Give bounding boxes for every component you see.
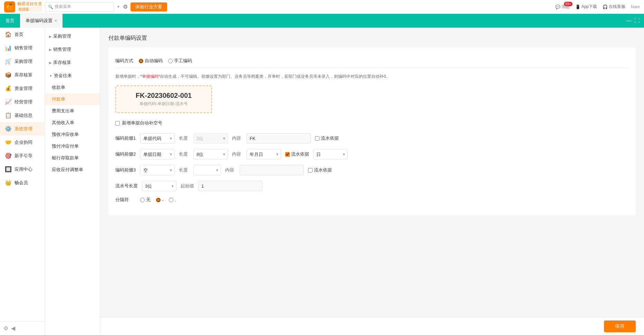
- prefix3-select-wrapper: 空 单据代码 单据日期 部门 业务员 ▼: [140, 165, 175, 175]
- bottom-bar: 保存: [100, 317, 644, 335]
- chevron-down-icon[interactable]: ▼: [117, 5, 120, 9]
- sidebar-item-sales[interactable]: 📊 销售管理: [0, 41, 45, 55]
- system-icon: ⚙️: [5, 125, 12, 132]
- sidebar-item-guide[interactable]: 🎯 新手引导: [0, 149, 45, 162]
- sep-dash-option[interactable]: -: [156, 197, 163, 203]
- prefix2-select-wrapper: 单据日期 单据代码 部门 业务员 空 ▼: [140, 149, 175, 159]
- trial-button[interactable]: 体验行业方案: [131, 2, 167, 11]
- auto-encode-radio[interactable]: [139, 59, 143, 63]
- sidebar-label-operations: 经营管理: [15, 99, 32, 105]
- start-value-input[interactable]: [198, 181, 262, 191]
- sep-dot-label: .: [175, 197, 176, 203]
- content2-select-wrapper: 年月日 年月 年 ▼: [247, 149, 281, 159]
- sidebar-item-finance[interactable]: 💰 资金管理: [0, 82, 45, 95]
- sub-item-expense[interactable]: 费用支出单: [45, 105, 100, 117]
- logo-title: 畅通道好生意: [17, 1, 42, 6]
- sidebar-item-system[interactable]: ⚙️ 系统管理: [0, 122, 45, 136]
- tab-encoding-label: 单据编码设置: [26, 18, 52, 24]
- nav-tabs-actions: — ⛶: [626, 18, 644, 24]
- manual-encode-radio[interactable]: [168, 59, 173, 63]
- prefix2-select[interactable]: 单据日期 单据代码 部门 业务员 空: [140, 149, 175, 159]
- sub-item-other-income[interactable]: 其他收入单: [45, 117, 100, 129]
- app-download-button[interactable]: 📱 App下载: [575, 4, 597, 10]
- search-placeholder: 搜索菜单: [55, 4, 71, 10]
- prefix3-select[interactable]: 空 单据代码 单据日期 部门 业务员: [140, 165, 175, 175]
- sub-group-inventory-header[interactable]: ▶ 库存核算: [45, 57, 100, 68]
- info-highlight: *单据编码*: [140, 74, 160, 79]
- sidebar-item-basic[interactable]: 📋 基础信息: [0, 109, 45, 122]
- content3-input[interactable]: [240, 165, 304, 175]
- purchase-arrow-icon: ▶: [49, 35, 52, 38]
- prefix1-select[interactable]: 单据代码 部门 业务员 空: [140, 133, 175, 143]
- info-text: 新增单据时，*单据编码*自动生成，不可编辑。前缀设置为部门、业务员等档案类，开单…: [115, 73, 629, 80]
- home-icon: 🏠: [5, 31, 12, 38]
- sidebar-item-inventory[interactable]: 📦 库存核算: [0, 68, 45, 82]
- sub-group-purchase-header[interactable]: ▶ 采购管理: [45, 30, 100, 42]
- page-title: 付款单编码设置: [108, 35, 636, 42]
- tab-close-icon[interactable]: ×: [55, 18, 57, 23]
- tab-home[interactable]: 首页: [0, 14, 20, 28]
- user-name[interactable]: Nare: [631, 4, 640, 9]
- sep-none-option[interactable]: 无: [140, 197, 151, 203]
- settings-footer-icon[interactable]: ⚙: [3, 325, 8, 332]
- collapse-icon[interactable]: ◀: [11, 325, 15, 332]
- sidebar-item-apps[interactable]: 🔲 应用中心: [0, 162, 45, 176]
- encoding-mode-row: 编码方式 自动编码 手工编码: [115, 54, 629, 68]
- stream2-checkbox[interactable]: [285, 152, 290, 157]
- minimize-icon[interactable]: —: [626, 18, 632, 24]
- search-bar[interactable]: 🔍 搜索菜单: [45, 2, 114, 12]
- sub-group-sales-header[interactable]: ▶ 销售管理: [45, 44, 100, 55]
- sidebar-item-vip[interactable]: 👑 畅会员: [0, 176, 45, 189]
- serial-length-select[interactable]: 3位 4位 5位: [142, 181, 176, 191]
- sep-dot-radio[interactable]: [169, 198, 173, 202]
- sidebar-item-operations[interactable]: 📈 经营管理: [0, 95, 45, 109]
- sub-item-bank-deposit[interactable]: 银行存取款单: [45, 152, 100, 164]
- manual-encode-option[interactable]: 手工编码: [168, 58, 192, 64]
- sidebar-label-guide: 新手引导: [15, 153, 32, 159]
- sub-item-receipt[interactable]: 收款单: [45, 82, 100, 93]
- maximize-icon[interactable]: ⛶: [634, 18, 640, 24]
- stream3-checkbox-group: 流水依据: [308, 167, 332, 173]
- basic-icon: 📋: [5, 112, 12, 119]
- sub-item-advance-pay[interactable]: 预付冲应付单: [45, 140, 100, 152]
- prefix1-label: 编码前缀1: [115, 135, 136, 141]
- preview-box: FK-20230602-001 单据代码-单据日期-流水号: [115, 85, 212, 113]
- inventory-icon: 📦: [5, 72, 12, 78]
- online-service-button[interactable]: 🎧 在线客服: [603, 4, 625, 10]
- sidebar-item-purchase[interactable]: 🛒 采购管理: [0, 55, 45, 68]
- auto-encode-label: 自动编码: [145, 58, 163, 64]
- sub-item-advance-recv[interactable]: 预收冲应收单: [45, 129, 100, 140]
- message-button[interactable]: 💬 消息 99+: [555, 4, 570, 10]
- auto-encode-option[interactable]: 自动编码: [139, 58, 163, 64]
- sub-sidebar: ▶ 采购管理 ▶ 销售管理 ▶ 库存核算 ▼ 资金往来 收款单 付款单 费用支出…: [45, 28, 100, 335]
- stream1-checkbox[interactable]: [315, 136, 319, 141]
- settings-card: 编码方式 自动编码 手工编码 新增单据时，*单据编码*自动生: [108, 47, 636, 215]
- sep-dash-radio[interactable]: [156, 198, 161, 202]
- content1-input[interactable]: [247, 133, 311, 143]
- sep-dot-option[interactable]: .: [169, 197, 176, 203]
- serial-length-label: 流水号长度: [115, 183, 138, 189]
- stream2-unit-select[interactable]: 日 月 年: [313, 149, 348, 159]
- sub-item-ar-adjust[interactable]: 应收应付调整单: [45, 164, 100, 176]
- stream3-checkbox[interactable]: [308, 168, 313, 173]
- length1-select[interactable]: 2位: [193, 133, 228, 143]
- sidebar-label-home: 首页: [15, 31, 23, 38]
- sub-item-payment[interactable]: 付款单: [45, 93, 100, 105]
- gear-icon[interactable]: ⚙: [123, 3, 128, 10]
- prefix3-row: 编码前缀3 空 单据代码 单据日期 部门 业务员 ▼ 长度: [115, 165, 629, 175]
- length3-label: 长度: [179, 167, 189, 173]
- content2-select[interactable]: 年月日 年月 年: [247, 149, 281, 159]
- online-service-label: 在线客服: [609, 4, 625, 10]
- preview-desc: 单据代码-单据日期-流水号: [124, 101, 203, 107]
- length2-select[interactable]: 8位 6位 4位: [193, 149, 228, 159]
- length3-select[interactable]: [193, 165, 221, 175]
- sidebar-item-enterprise[interactable]: 🤝 企业协同: [0, 136, 45, 149]
- auto-fill-checkbox[interactable]: [115, 121, 120, 125]
- content2-label: 内容: [232, 151, 242, 157]
- sidebar-item-home[interactable]: 🏠 首页: [0, 28, 45, 41]
- tab-encoding-settings[interactable]: 单据编码设置 ×: [20, 14, 63, 28]
- sub-group-finance-header[interactable]: ▼ 资金往来: [45, 70, 100, 82]
- sep-none-radio[interactable]: [140, 198, 145, 202]
- save-button[interactable]: 保存: [604, 320, 636, 332]
- topbar: 🍊 畅通道好生意 抢战版 🔍 搜索菜单 ▼ ⚙ 体验行业方案 💬 消息 99+ …: [0, 0, 644, 14]
